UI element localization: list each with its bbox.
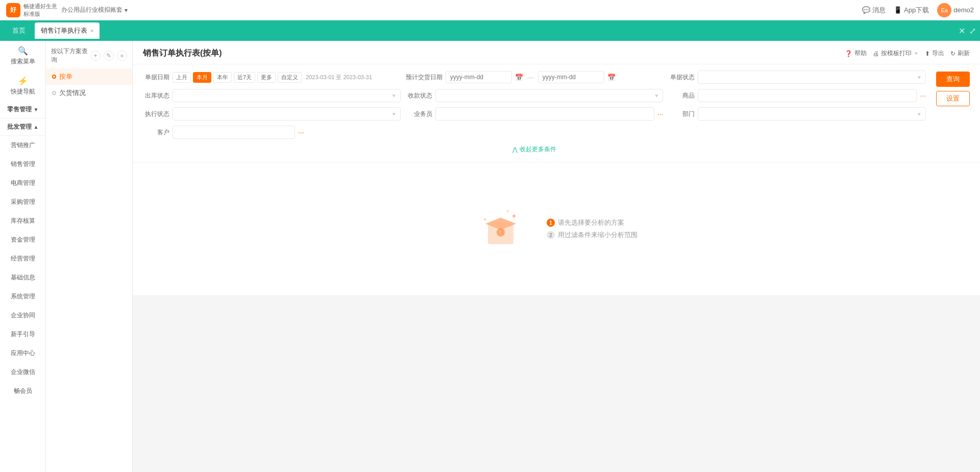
left-panel-tools: + ✎ «	[90, 51, 127, 61]
sidebar-section-wholesale: 批发管理 ▲	[0, 119, 45, 136]
sidebar-item-sales[interactable]: 销售管理	[0, 155, 45, 174]
sidebar-item-collab[interactable]: 企业协同	[0, 306, 45, 325]
status-select[interactable]	[698, 70, 926, 84]
salesman-dots-icon[interactable]: ···	[657, 110, 664, 117]
delivery-select[interactable]	[173, 89, 401, 102]
sidebar-item-quicknav[interactable]: ⚡ 快捷导航	[0, 71, 45, 101]
payment-select[interactable]	[435, 89, 664, 102]
print-button[interactable]: 🖨 按模板打印 ▼	[873, 49, 919, 58]
sidebar-item-search[interactable]: 🔍 搜索菜单	[0, 41, 45, 71]
user-area[interactable]: Ea demo2	[937, 3, 974, 17]
edit-scheme-button[interactable]: ✎	[104, 51, 114, 61]
this-year-btn[interactable]: 本年	[213, 72, 232, 83]
filter-area: 单据日期 上月 本月 本年 近7天 更多 自定义 20	[133, 64, 980, 162]
svg-text:!: !	[499, 230, 501, 235]
message-icon: 💬	[862, 6, 870, 14]
empty-illustration: ✦ ✦ ★ !	[475, 203, 526, 254]
add-scheme-button[interactable]: +	[90, 51, 101, 61]
logo-area[interactable]: 好 畅捷通好生意 标准版	[6, 3, 57, 17]
collapse-panel-button[interactable]: «	[117, 51, 127, 61]
delivery-select-wrapper: ▼	[173, 89, 401, 102]
filter-cell-salesman: 业务员 ···	[406, 107, 664, 121]
search-button[interactable]: 查询	[936, 72, 970, 87]
department-select[interactable]	[698, 107, 926, 121]
sidebar-item-wechat[interactable]: 企业微信	[0, 363, 45, 382]
filter-cell-exec: 执行状态 ▼	[143, 107, 401, 121]
active-dot-icon	[52, 75, 56, 79]
export-button[interactable]: ⬆ 导出	[925, 49, 944, 58]
scheme-item-by-order[interactable]: 按单	[46, 68, 132, 85]
date-quick-btns: 上月 本月 本年 近7天 更多 自定义	[173, 72, 302, 83]
more-btn[interactable]: 更多	[257, 72, 276, 83]
status-select-wrapper: ▼	[698, 70, 926, 84]
window-expand-icon[interactable]: ⤢	[969, 26, 976, 36]
sidebar-item-newuser[interactable]: 新手引导	[0, 325, 45, 344]
svg-text:✦: ✦	[483, 217, 487, 222]
delivery-label: 出库状态	[143, 91, 169, 100]
sidebar-item-wholesale[interactable]: 批发管理 ▲	[0, 119, 45, 135]
custom-btn[interactable]: 自定义	[278, 72, 302, 83]
expected-date-to-input[interactable]	[538, 71, 604, 83]
date-range-text: 2023-03-01 至 2023-03-31	[306, 74, 372, 81]
expected-date-label: 预计交货日期	[406, 73, 443, 82]
tab-home[interactable]: 首页	[4, 22, 34, 39]
breadcrumb-arrow[interactable]: ▾	[125, 7, 128, 14]
calendar-to-icon[interactable]: 📅	[607, 74, 616, 81]
window-close-icon[interactable]: ✕	[959, 26, 965, 36]
sidebar-item-basicinfo[interactable]: 基础信息	[0, 268, 45, 287]
quicknav-icon: ⚡	[18, 76, 28, 86]
product-input[interactable]	[698, 89, 917, 102]
export-icon: ⬆	[925, 50, 930, 57]
empty-state-content: ✦ ✦ ★ ! 1 请先选择要分析的方案 2 用过滤条件	[475, 203, 638, 254]
filter-row-4: 客户 ···	[143, 126, 926, 139]
tab-close-icon[interactable]: ×	[90, 28, 93, 34]
exec-select-wrapper: ▼	[173, 107, 401, 121]
sidebar-item-member[interactable]: 畅会员	[0, 382, 45, 400]
settings-button[interactable]: 设置	[936, 91, 970, 106]
page-actions: ❓ 帮助 🖨 按模板打印 ▼ ⬆ 导出 ↻ 刷新	[845, 49, 970, 58]
sidebar-item-system[interactable]: 系统管理	[0, 287, 45, 306]
this-month-btn[interactable]: 本月	[193, 72, 211, 83]
sidebar-item-operations[interactable]: 经营管理	[0, 249, 45, 268]
salesman-input[interactable]	[435, 107, 654, 121]
refresh-button[interactable]: ↻ 刷新	[950, 49, 970, 58]
tab-bar: 首页 销售订单执行表 × ✕ ⤢	[0, 20, 980, 41]
sidebar-item-ecommerce[interactable]: 电商管理	[0, 174, 45, 193]
status-label: 单据状态	[668, 73, 695, 82]
content-area: 销售订单执行表(按单) ❓ 帮助 🖨 按模板打印 ▼ ⬆ 导出 ↻ 刷新	[133, 41, 980, 472]
action-buttons: 查询 设置	[936, 70, 970, 106]
step2-icon: 2	[547, 231, 555, 239]
sidebar-item-finance[interactable]: 资金管理	[0, 230, 45, 249]
logo-text: 畅捷通好生意 标准版	[23, 3, 57, 17]
tab-active[interactable]: 销售订单执行表 ×	[35, 22, 100, 39]
last-month-btn[interactable]: 上月	[173, 72, 191, 83]
sidebar-item-retail[interactable]: 零售管理 ▼	[0, 101, 45, 118]
filter-row-2: 出库状态 ▼ 收款状态	[143, 89, 926, 102]
empty-hints: 1 请先选择要分析的方案 2 用过滤条件来缩小分析范围	[547, 218, 638, 240]
sidebar-item-inventory[interactable]: 库存核算	[0, 211, 45, 230]
sidebar-item-appcenter[interactable]: 应用中心	[0, 344, 45, 363]
filter-cell-delivery: 出库状态 ▼	[143, 89, 401, 102]
sidebar-item-marketing[interactable]: 营销推广	[0, 136, 45, 155]
date-value: 上月 本月 本年 近7天 更多 自定义 2023-03-01 至 2023-03…	[173, 72, 372, 83]
message-button[interactable]: 💬 消息	[862, 6, 886, 15]
sidebar-item-purchase[interactable]: 采购管理	[0, 193, 45, 211]
expected-date-from-input[interactable]	[446, 71, 512, 83]
filter-grid: 单据日期 上月 本月 本年 近7天 更多 自定义 20	[143, 70, 926, 156]
exec-select[interactable]	[173, 107, 401, 121]
svg-point-5	[497, 228, 505, 237]
collapse-button[interactable]: ⋀ 收起更多条件	[143, 143, 926, 156]
filter-cell-expected-date: 预计交货日期 📅 — 📅	[406, 71, 664, 83]
product-dots-icon[interactable]: ···	[920, 92, 926, 99]
last7-btn[interactable]: 近7天	[234, 72, 255, 83]
scheme-item-backorder[interactable]: 欠货情况	[46, 85, 132, 101]
inactive-dot-icon	[52, 91, 56, 95]
help-button[interactable]: ❓ 帮助	[845, 49, 867, 58]
avatar: Ea	[937, 3, 951, 17]
hint-item-1: 1 请先选择要分析的方案	[547, 218, 638, 227]
download-icon: 📱	[894, 6, 902, 14]
calendar-from-icon[interactable]: 📅	[515, 74, 523, 81]
customer-dots-icon[interactable]: ···	[298, 129, 304, 136]
app-download-button[interactable]: 📱 App下载	[894, 6, 929, 15]
customer-input[interactable]	[173, 126, 295, 139]
